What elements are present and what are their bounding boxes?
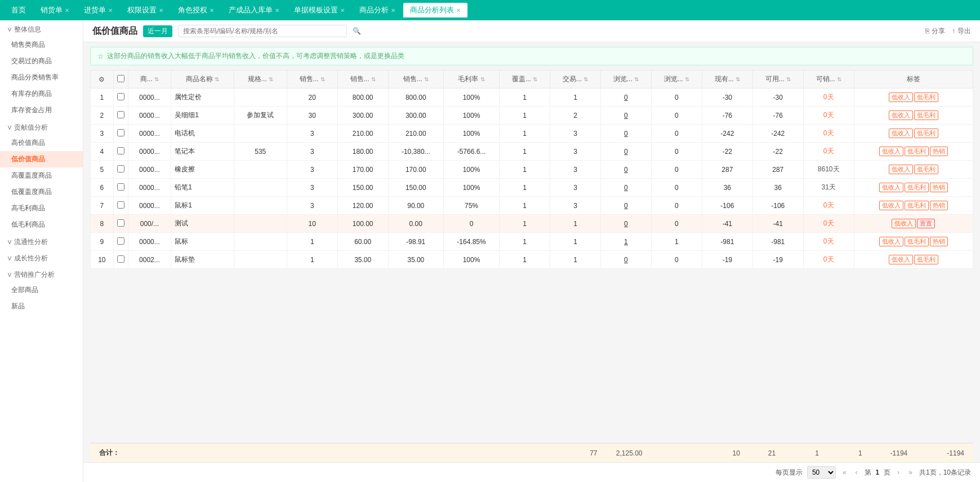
views1-link[interactable]: 0 (624, 166, 628, 174)
nav-analysis-close[interactable]: ✕ (391, 7, 395, 14)
nav-permission-close[interactable]: ✕ (159, 7, 163, 14)
cell-views1[interactable]: 0 (600, 161, 651, 179)
sidebar-item-high-coverage[interactable]: 高覆盖度商品 (0, 167, 83, 184)
col-views2[interactable]: 浏览... ⇅ (651, 70, 702, 89)
col-sales-price[interactable]: 销售... ⇅ (337, 70, 388, 89)
cell-checkbox[interactable] (113, 215, 128, 233)
cell-views1[interactable]: 1 (600, 233, 651, 251)
row-checkbox[interactable] (117, 165, 124, 173)
col-spec[interactable]: 规格... ⇅ (234, 70, 287, 89)
page-last-btn[interactable]: » (906, 468, 915, 477)
nav-role[interactable]: 角色授权 ✕ (171, 3, 221, 17)
sidebar-item-all-products[interactable]: 全部商品 (0, 282, 83, 298)
page-first-btn[interactable]: « (840, 468, 849, 477)
col-name[interactable]: 商品名称 ⇅ (171, 70, 234, 89)
nav-template-close[interactable]: ✕ (340, 7, 345, 14)
cell-checkbox[interactable] (113, 161, 128, 179)
nav-purchase[interactable]: 进货单 ✕ (77, 3, 119, 17)
row-checkbox[interactable] (117, 255, 124, 263)
search-input[interactable] (178, 25, 347, 37)
views1-link[interactable]: 0 (624, 130, 628, 138)
row-checkbox[interactable] (117, 147, 124, 154)
sidebar-item-category-sales[interactable]: 商品分类销售率 (0, 69, 83, 86)
row-checkbox[interactable] (117, 183, 124, 191)
nav-template[interactable]: 单据模板设置 ✕ (287, 3, 351, 17)
nav-purchase-close[interactable]: ✕ (108, 7, 113, 14)
col-sellable[interactable]: 可销... ⇅ (803, 70, 854, 89)
nav-analysis-list[interactable]: 商品分析列表 ✕ (403, 3, 467, 17)
cell-views1[interactable]: 0 (600, 179, 651, 197)
views1-link[interactable]: 0 (624, 148, 628, 156)
row-checkbox[interactable] (117, 237, 124, 245)
col-sales-amount[interactable]: 销售... ⇅ (388, 70, 443, 89)
nav-home[interactable]: 首页 (5, 3, 33, 17)
sidebar-item-high-value[interactable]: 高价值商品 (0, 135, 83, 151)
views1-link[interactable]: 0 (624, 94, 628, 101)
sidebar-item-new-products[interactable]: 新品 (0, 298, 83, 315)
page-prev-btn[interactable]: ‹ (853, 468, 860, 477)
col-code[interactable]: 商... ⇅ (128, 70, 171, 89)
share-button[interactable]: ⎘ 分享 (925, 26, 945, 36)
cell-views1[interactable]: 0 (600, 251, 651, 269)
views1-link[interactable]: 0 (624, 112, 628, 120)
cell-checkbox[interactable] (113, 197, 128, 215)
nav-analysis-list-close[interactable]: ✕ (456, 7, 461, 14)
col-current[interactable]: 现有... ⇅ (702, 70, 752, 89)
nav-warehouse-close[interactable]: ✕ (275, 7, 279, 14)
cell-checkbox[interactable] (113, 143, 128, 161)
cell-checkbox[interactable] (113, 107, 128, 125)
cell-checkbox[interactable] (113, 125, 128, 143)
sidebar-item-low-coverage[interactable]: 低覆盖度商品 (0, 184, 83, 200)
sidebar-item-sales-products[interactable]: 销售类商品 (0, 37, 83, 53)
col-sales-qty[interactable]: 销售... ⇅ (287, 70, 337, 89)
nav-warehouse[interactable]: 产成品入库单 ✕ (222, 3, 286, 17)
search-icon[interactable]: 🔍 (353, 27, 361, 35)
cell-checkbox[interactable] (113, 89, 128, 107)
col-settings[interactable]: ⚙ (91, 70, 114, 89)
export-button[interactable]: ↑ 导出 (952, 26, 971, 36)
period-button[interactable]: 近一月 (143, 25, 172, 37)
views1-link[interactable]: 0 (624, 184, 628, 192)
col-available[interactable]: 可用... ⇅ (752, 70, 803, 89)
views1-link[interactable]: 0 (624, 256, 628, 264)
select-all-checkbox[interactable] (117, 75, 124, 82)
nav-sales-close[interactable]: ✕ (65, 7, 69, 14)
nav-sales[interactable]: 销货单 ✕ (34, 3, 76, 17)
nav-permission[interactable]: 权限设置 ✕ (121, 3, 170, 17)
row-checkbox[interactable] (117, 93, 124, 100)
row-checkbox[interactable] (117, 201, 124, 209)
sidebar-item-high-margin[interactable]: 高毛利商品 (0, 200, 83, 216)
col-trade[interactable]: 交易... ⇅ (550, 70, 601, 89)
cell-views1[interactable]: 0 (600, 215, 651, 233)
sidebar-item-stock-capital[interactable]: 库存资金占用 (0, 102, 83, 118)
views1-link[interactable]: 0 (624, 220, 628, 228)
sidebar-item-low-value[interactable]: 低价值商品 (0, 151, 83, 167)
nav-analysis[interactable]: 商品分析 ✕ (353, 3, 402, 17)
sidebar-item-low-margin[interactable]: 低毛利商品 (0, 216, 83, 233)
nav-role-close[interactable]: ✕ (210, 7, 214, 14)
page-next-btn[interactable]: › (895, 468, 902, 477)
views1-link[interactable]: 1 (624, 238, 628, 246)
cell-views1[interactable]: 0 (600, 197, 651, 215)
cell-checkbox[interactable] (113, 179, 128, 197)
cell-coverage: 1 (500, 125, 550, 143)
per-page-select[interactable]: 50 100 (807, 466, 836, 479)
cell-views1[interactable]: 0 (600, 107, 651, 125)
cell-views1[interactable]: 0 (600, 89, 651, 107)
cell-checkbox[interactable] (113, 233, 128, 251)
cell-sales-amount: 90.00 (388, 197, 443, 215)
cell-views1[interactable]: 0 (600, 125, 651, 143)
col-margin[interactable]: 毛利率 ⇅ (443, 70, 499, 89)
cell-checkbox[interactable] (113, 251, 128, 269)
sidebar-item-stock-products[interactable]: 有库存的商品 (0, 86, 83, 102)
col-checkbox[interactable] (113, 70, 128, 89)
row-checkbox[interactable] (117, 219, 124, 227)
row-checkbox[interactable] (117, 111, 124, 118)
cell-views1[interactable]: 0 (600, 143, 651, 161)
col-coverage[interactable]: 覆盖... ⇅ (500, 70, 550, 89)
col-views1[interactable]: 浏览... ⇅ (600, 70, 651, 89)
views1-link[interactable]: 0 (624, 202, 628, 210)
total-trade: 21 (768, 449, 776, 457)
sidebar-item-traded-products[interactable]: 交易过的商品 (0, 53, 83, 69)
row-checkbox[interactable] (117, 129, 124, 136)
